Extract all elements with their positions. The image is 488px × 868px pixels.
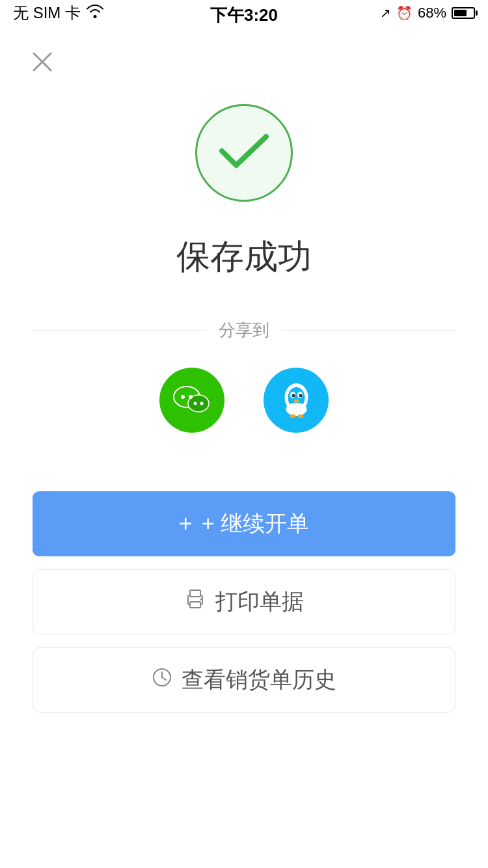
- checkmark-icon: [218, 127, 270, 179]
- share-divider: 分享到: [33, 319, 455, 342]
- svg-rect-17: [298, 414, 303, 418]
- clock-icon: [152, 667, 172, 693]
- battery-icon: [452, 7, 475, 19]
- svg-point-12: [291, 394, 295, 397]
- svg-rect-16: [290, 414, 295, 418]
- qq-share-button[interactable]: [264, 368, 329, 433]
- wifi-icon: [86, 4, 104, 22]
- svg-point-21: [200, 599, 202, 601]
- share-label: 分享到: [219, 319, 269, 342]
- history-label: 查看销货单历史: [182, 665, 336, 695]
- carrier-text: 无 SIM 卡: [13, 3, 81, 23]
- share-icons: [159, 368, 329, 433]
- svg-line-24: [162, 677, 166, 680]
- alarm-icon: ⏰: [396, 5, 413, 21]
- print-label: 打印单据: [215, 587, 304, 617]
- svg-point-7: [200, 401, 204, 405]
- status-left: 无 SIM 卡: [13, 3, 104, 23]
- svg-point-14: [293, 399, 299, 402]
- svg-point-13: [299, 394, 302, 397]
- svg-point-6: [194, 401, 197, 405]
- svg-rect-20: [190, 590, 200, 597]
- svg-rect-19: [190, 602, 200, 608]
- action-buttons: + + 继续开单 打印单据 查看销货单: [33, 472, 455, 726]
- time-display: 下午3:20: [210, 4, 278, 27]
- continue-label: + 继续开单: [199, 509, 309, 539]
- plus-icon: +: [179, 510, 193, 537]
- main-content: 保存成功 分享到: [0, 85, 488, 726]
- svg-point-5: [189, 395, 193, 399]
- continue-button[interactable]: + + 继续开单: [33, 491, 455, 556]
- location-icon: ↗: [380, 5, 391, 21]
- close-button[interactable]: [26, 46, 59, 78]
- svg-point-15: [286, 403, 306, 416]
- wechat-share-button[interactable]: [159, 368, 224, 433]
- success-title: 保存成功: [176, 234, 312, 280]
- close-area: [0, 26, 488, 85]
- history-button[interactable]: 查看销货单历史: [33, 647, 455, 712]
- battery-percent: 68%: [418, 5, 446, 21]
- printer-icon: [184, 589, 206, 615]
- print-button[interactable]: 打印单据: [33, 569, 455, 634]
- divider-left: [33, 330, 206, 331]
- success-circle: [195, 104, 293, 202]
- status-bar: 无 SIM 卡 下午3:20 ↗ ⏰ 68%: [0, 0, 488, 26]
- svg-point-4: [181, 395, 185, 399]
- status-right: ↗ ⏰ 68%: [380, 5, 475, 21]
- divider-right: [282, 330, 455, 331]
